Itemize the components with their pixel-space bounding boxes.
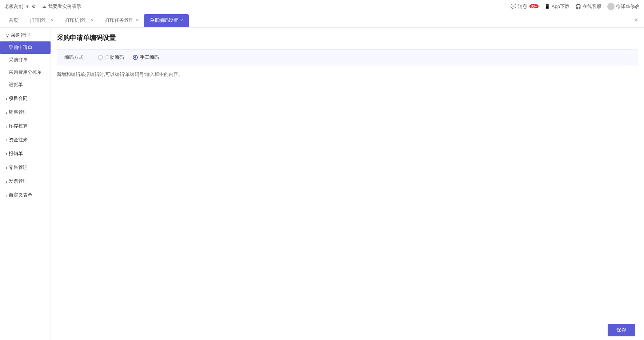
sidebar-item-purchase-expense[interactable]: 采购费用分摊单 xyxy=(0,66,51,78)
chevron-down-icon: ∨ xyxy=(6,33,9,38)
content-main: 采购申请单编码设置 编码方式 自动编码 手工编码 新增和编辑单据编辑时,可以编辑… xyxy=(51,28,644,320)
tab-printer-management[interactable]: 打印机管理 × xyxy=(59,14,99,27)
avatar-icon xyxy=(607,3,615,10)
app-download-button[interactable]: 📱 App下数 xyxy=(544,3,569,10)
sidebar-group-invoice-label: 发票管理 xyxy=(9,178,28,185)
sidebar-item-purchase-request[interactable]: 采购申请单 xyxy=(0,41,51,54)
chevron-right-icon7: › xyxy=(6,179,7,184)
main-layout: ∨ 采购管理 采购申请单 采购订单 采购费用分摊单 进货单 › 项目合同 xyxy=(0,28,644,340)
headset-icon: 🎧 xyxy=(575,4,581,9)
tab-print-management-label: 打印管理 xyxy=(30,17,49,24)
user-menu[interactable]: 徐泽华修改 xyxy=(607,3,640,10)
top-bar-left: 老板勿削! ▾ ⚙ ☁ 我要看实例演示 xyxy=(4,3,81,10)
tab-code-settings-label: 单据编码设置 xyxy=(150,17,178,24)
tab-print-task[interactable]: 打印任务管理 × xyxy=(99,14,144,27)
sidebar-group-retail-label: 零售管理 xyxy=(9,164,28,171)
message-label: 消息 xyxy=(518,3,527,10)
sidebar-group-invoice: › 发票管理 xyxy=(0,175,51,187)
chevron-right-icon4: › xyxy=(6,137,7,143)
chevron-right-icon6: › xyxy=(6,165,7,170)
sidebar-group-sales: › 销售管理 xyxy=(0,106,51,118)
notice-link[interactable]: ☁ 我要看实例演示 xyxy=(42,3,81,10)
radio-auto-code[interactable]: 自动编码 xyxy=(98,54,124,61)
tab-print-management[interactable]: 打印管理 × xyxy=(24,14,59,27)
sidebar-item-purchase-expense-label: 采购费用分摊单 xyxy=(9,69,42,75)
notice-text: 我要看实例演示 xyxy=(48,3,81,10)
tab-print-task-close[interactable]: × xyxy=(136,18,138,23)
sidebar-group-purchase-title[interactable]: ∨ 采购管理 xyxy=(0,29,51,41)
radio-auto-circle xyxy=(98,55,103,60)
sidebar-group-sales-label: 销售管理 xyxy=(9,109,28,116)
settings-icon[interactable]: ⚙ xyxy=(32,4,36,9)
chevron-right-icon: › xyxy=(6,96,7,101)
encoding-label: 编码方式 xyxy=(64,54,83,61)
tab-bar: 首页 打印管理 × 打印机管理 × 打印任务管理 × 单据编码设置 × × xyxy=(0,13,644,28)
sidebar-group-inventory-title[interactable]: › 库存核算 xyxy=(0,120,51,132)
save-button[interactable]: 保存 xyxy=(608,324,635,336)
auto-code-label: 自动编码 xyxy=(105,54,124,61)
sidebar-group-project-label: 项目合同 xyxy=(9,95,28,102)
sidebar: ∨ 采购管理 采购申请单 采购订单 采购费用分摊单 进货单 › 项目合同 xyxy=(0,28,51,340)
sidebar-group-purchase: ∨ 采购管理 采购申请单 采购订单 采购费用分摊单 进货单 xyxy=(0,29,51,91)
chevron-right-icon3: › xyxy=(6,124,7,129)
sidebar-group-reimbursement-title[interactable]: › 报销单 xyxy=(0,147,51,160)
cloud-icon: ☁ xyxy=(42,4,47,9)
manual-code-label: 手工编码 xyxy=(140,54,159,61)
sidebar-item-stock-in-label: 进货单 xyxy=(9,82,23,87)
bottom-bar: 保存 xyxy=(51,320,644,340)
sidebar-item-purchase-order[interactable]: 采购订单 xyxy=(0,54,51,66)
chevron-right-icon8: › xyxy=(6,193,7,198)
radio-manual-circle xyxy=(133,55,138,60)
top-bar-right: 💬 消息 99+ 📱 App下数 🎧 在线客服 徐泽华修改 xyxy=(511,3,640,10)
sidebar-group-sales-title[interactable]: › 销售管理 xyxy=(0,106,51,118)
app-icon: 📱 xyxy=(544,4,550,9)
sidebar-group-retail-title[interactable]: › 零售管理 xyxy=(0,161,51,174)
content-area: 采购申请单编码设置 编码方式 自动编码 手工编码 新增和编辑单据编辑时,可以编辑… xyxy=(51,28,644,340)
chevron-right-icon2: › xyxy=(6,110,7,115)
brand-text: 老板勿削! xyxy=(4,3,25,10)
user-name: 徐泽华修改 xyxy=(616,3,640,10)
brand: 老板勿削! ▾ ⚙ xyxy=(4,3,36,10)
online-service-label: 在线客服 xyxy=(583,3,601,10)
tab-code-settings[interactable]: 单据编码设置 × xyxy=(144,14,189,27)
encoding-section: 编码方式 自动编码 手工编码 xyxy=(57,49,638,65)
sidebar-item-purchase-request-label: 采购申请单 xyxy=(9,45,32,50)
sidebar-group-project: › 项目合同 xyxy=(0,92,51,105)
sidebar-group-invoice-title[interactable]: › 发票管理 xyxy=(0,175,51,187)
sidebar-group-finance-title[interactable]: › 资金往来 xyxy=(0,134,51,146)
tab-printer-management-label: 打印机管理 xyxy=(65,17,89,24)
chevron-right-icon5: › xyxy=(6,151,7,157)
top-bar: 老板勿削! ▾ ⚙ ☁ 我要看实例演示 💬 消息 99+ 📱 App下数 🎧 在… xyxy=(0,0,644,13)
message-badge: 99+ xyxy=(529,4,539,8)
tab-home-label: 首页 xyxy=(9,17,18,24)
tab-code-settings-close[interactable]: × xyxy=(180,18,183,23)
tab-print-management-close[interactable]: × xyxy=(51,18,53,23)
sidebar-group-project-title[interactable]: › 项目合同 xyxy=(0,92,51,105)
sidebar-group-custom: › 自定义表单 xyxy=(0,189,51,201)
radio-manual-code[interactable]: 手工编码 xyxy=(133,54,159,61)
dropdown-icon[interactable]: ▾ xyxy=(26,4,29,9)
sidebar-item-stock-in[interactable]: 进货单 xyxy=(0,78,51,91)
sidebar-group-inventory: › 库存核算 xyxy=(0,120,51,132)
sidebar-group-custom-label: 自定义表单 xyxy=(9,192,32,198)
tab-print-task-label: 打印任务管理 xyxy=(105,17,133,24)
radio-group: 自动编码 手工编码 xyxy=(98,54,159,61)
page-title: 采购申请单编码设置 xyxy=(57,33,638,42)
message-icon: 💬 xyxy=(511,4,516,9)
sidebar-group-retail: › 零售管理 xyxy=(0,161,51,174)
tab-printer-management-close[interactable]: × xyxy=(91,18,93,23)
sidebar-group-finance: › 资金往来 xyxy=(0,134,51,146)
sidebar-group-reimbursement: › 报销单 xyxy=(0,147,51,160)
description-text: 新增和编辑单据编辑时,可以编辑'单编码号'输入框中的内容。 xyxy=(57,71,638,78)
sidebar-item-purchase-order-label: 采购订单 xyxy=(9,57,28,62)
online-service-button[interactable]: 🎧 在线客服 xyxy=(575,3,601,10)
close-all-tabs[interactable]: × xyxy=(631,16,641,24)
sidebar-group-custom-title[interactable]: › 自定义表单 xyxy=(0,189,51,201)
sidebar-group-finance-label: 资金往来 xyxy=(9,137,28,143)
tab-home[interactable]: 首页 xyxy=(3,14,24,27)
message-button[interactable]: 💬 消息 99+ xyxy=(511,3,539,10)
sidebar-group-reimbursement-label: 报销单 xyxy=(9,150,23,157)
sidebar-group-inventory-label: 库存核算 xyxy=(9,123,28,129)
sidebar-group-purchase-label: 采购管理 xyxy=(11,32,30,39)
app-download-label: App下数 xyxy=(552,3,569,10)
